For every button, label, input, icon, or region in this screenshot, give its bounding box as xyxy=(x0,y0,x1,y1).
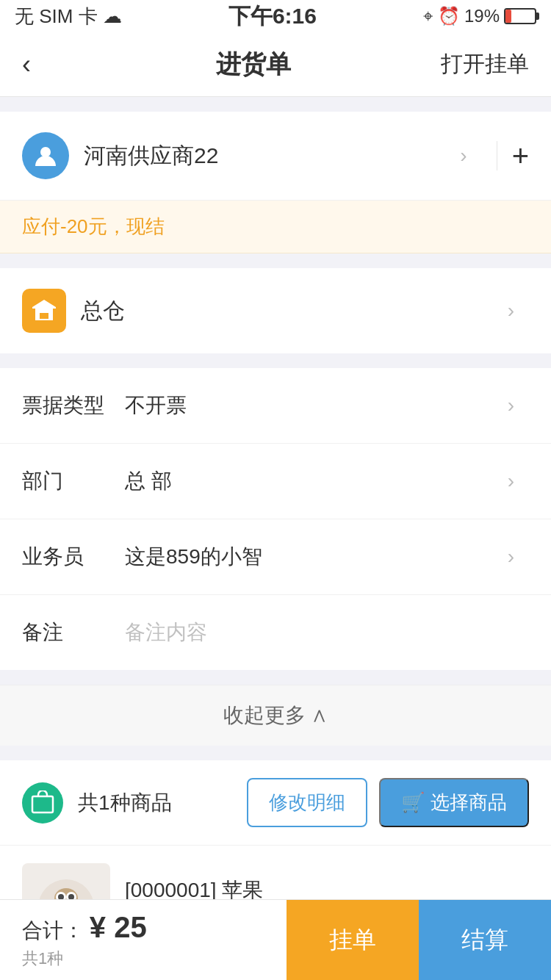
signal-text: 无 SIM 卡 ☁ xyxy=(15,4,122,29)
total-row: 合计： ¥ 25 xyxy=(22,911,264,945)
salesperson-row[interactable]: 业务员 这是859的小智 › xyxy=(0,519,551,595)
department-label: 部门 xyxy=(22,467,125,495)
open-pending-button[interactable]: 打开挂单 xyxy=(441,49,529,79)
bottom-bar: 合计： ¥ 25 共1种 挂单 结算 xyxy=(0,899,551,980)
total-section: 合计： ¥ 25 共1种 xyxy=(0,900,287,980)
add-supplier-button[interactable]: + xyxy=(512,140,529,173)
form-section: 票据类型 不开票 › 部门 总 部 › 业务员 这是859的小智 › 备注 备注… xyxy=(0,368,551,670)
department-value: 总 部 xyxy=(125,467,508,495)
back-button[interactable]: ‹ xyxy=(22,49,66,80)
divider xyxy=(497,141,497,170)
status-right: ⌖ ⏰ 19% xyxy=(423,6,536,26)
total-sub: 共1种 xyxy=(22,948,264,970)
alarm-icon: ⏰ xyxy=(438,6,460,26)
location-icon: ⌖ xyxy=(423,6,433,26)
salesperson-value: 这是859的小智 xyxy=(125,543,508,571)
edit-details-button[interactable]: 修改明细 xyxy=(247,778,367,827)
supplier-section: 河南供应商22 › + 应付-20元，现结 xyxy=(0,112,551,253)
invoice-type-label: 票据类型 xyxy=(22,392,125,419)
battery-icon xyxy=(504,8,536,24)
remarks-label: 备注 xyxy=(22,619,125,646)
invoice-type-value: 不开票 xyxy=(125,392,508,419)
checkout-button[interactable]: 结算 xyxy=(419,900,551,980)
salesperson-chevron-icon: › xyxy=(508,545,514,569)
products-count: 共1种商品 xyxy=(78,789,247,817)
supplier-row: 河南供应商22 › + xyxy=(0,112,551,201)
page-title: 进货单 xyxy=(216,48,291,82)
cart-icon: 🛒 xyxy=(401,791,425,814)
battery-text: 19% xyxy=(464,6,500,26)
department-chevron-icon: › xyxy=(508,469,514,493)
collapse-bar[interactable]: 收起更多 ∧ xyxy=(0,685,551,746)
svg-point-0 xyxy=(40,147,51,157)
warehouse-section[interactable]: 总仓 › xyxy=(0,268,551,353)
invoice-type-row[interactable]: 票据类型 不开票 › xyxy=(0,368,551,444)
total-label: 合计： xyxy=(22,919,84,942)
total-amount: ¥ 25 xyxy=(90,911,147,943)
invoice-chevron-icon: › xyxy=(508,394,514,417)
remarks-input[interactable]: 备注内容 xyxy=(125,619,529,646)
supplier-avatar xyxy=(22,132,69,179)
status-time: 下午6:16 xyxy=(228,1,317,32)
nav-bar: ‹ 进货单 打开挂单 xyxy=(0,32,551,97)
status-left: 无 SIM 卡 ☁ xyxy=(15,4,122,29)
pending-button[interactable]: 挂单 xyxy=(287,900,419,980)
notice-bar: 应付-20元，现结 xyxy=(0,201,551,253)
supplier-chevron-icon: › xyxy=(460,144,467,167)
warehouse-icon xyxy=(22,289,66,333)
select-product-button[interactable]: 🛒 选择商品 xyxy=(379,778,529,827)
department-row[interactable]: 部门 总 部 › xyxy=(0,444,551,519)
supplier-name[interactable]: 河南供应商22 xyxy=(84,141,460,171)
products-header: 共1种商品 修改明细 🛒 选择商品 xyxy=(0,760,551,846)
products-icon xyxy=(22,782,63,824)
status-bar: 无 SIM 卡 ☁ 下午6:16 ⌖ ⏰ 19% xyxy=(0,0,551,32)
warehouse-chevron-icon: › xyxy=(508,299,514,323)
salesperson-label: 业务员 xyxy=(22,543,125,571)
remarks-row[interactable]: 备注 备注内容 xyxy=(0,595,551,670)
svg-rect-1 xyxy=(32,796,53,813)
warehouse-name: 总仓 xyxy=(81,296,508,326)
